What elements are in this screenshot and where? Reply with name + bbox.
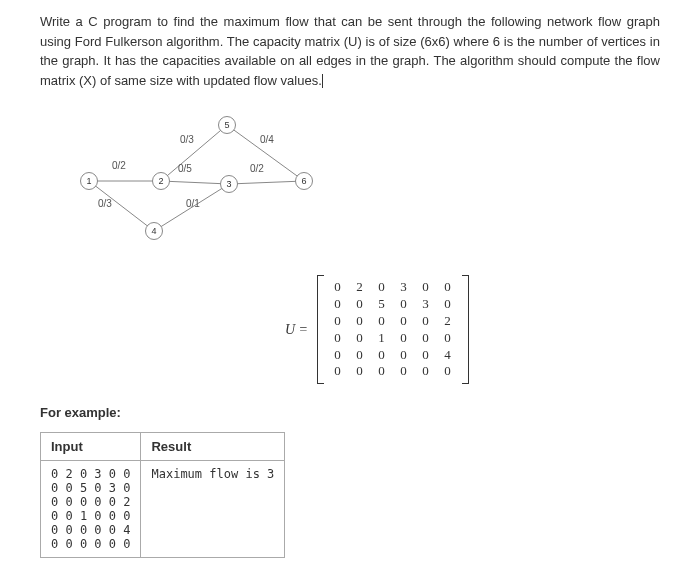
graph-node-1: 1 [80, 172, 98, 190]
matrix-cell: 0 [437, 330, 459, 347]
matrix-cell: 0 [349, 296, 371, 313]
matrix-cell: 0 [393, 347, 415, 364]
graph-node-4: 4 [145, 222, 163, 240]
matrix-cell: 0 [327, 347, 349, 364]
svg-line-3 [161, 125, 227, 181]
matrix-cell: 0 [393, 313, 415, 330]
text-cursor [322, 74, 323, 88]
svg-line-5 [229, 181, 304, 184]
edge-label: 0/1 [186, 198, 200, 209]
matrix-cell: 0 [371, 347, 393, 364]
network-flow-graph: 123456 0/20/30/50/30/10/20/4 [60, 110, 340, 250]
matrix-cell: 3 [415, 296, 437, 313]
result-header: Result [141, 433, 285, 461]
input-header: Input [41, 433, 141, 461]
matrix-cell: 1 [371, 330, 393, 347]
matrix-cell: 0 [437, 296, 459, 313]
graph-node-2: 2 [152, 172, 170, 190]
matrix-cell: 0 [437, 363, 459, 380]
result-text: Maximum flow is 3 [151, 467, 274, 481]
edge-label: 0/2 [250, 163, 264, 174]
matrix-cell: 5 [371, 296, 393, 313]
matrix-cell: 0 [415, 313, 437, 330]
matrix-cell: 0 [349, 347, 371, 364]
matrix-cell: 0 [371, 363, 393, 380]
matrix-cell: 0 [415, 279, 437, 296]
matrix-cell: 0 [371, 279, 393, 296]
matrix-table: 020300005030000002001000000004000000 [327, 279, 459, 380]
edge-label: 0/4 [260, 134, 274, 145]
edge-label: 0/2 [112, 160, 126, 171]
io-table: Input Result 0 2 0 3 0 00 0 5 0 3 00 0 0… [40, 432, 285, 558]
matrix-cell: 0 [327, 296, 349, 313]
matrix-cell: 0 [327, 313, 349, 330]
edge-label: 0/5 [178, 163, 192, 174]
matrix-cell: 0 [327, 330, 349, 347]
matrix-cell: 0 [393, 296, 415, 313]
matrix-cell: 0 [349, 363, 371, 380]
matrix-cell: 3 [393, 279, 415, 296]
matrix-cell: 0 [415, 330, 437, 347]
edge-label: 0/3 [98, 198, 112, 209]
matrix-body: 020300005030000002001000000004000000 [317, 275, 469, 384]
problem-text-content: Write a C program to find the maximum fl… [40, 14, 660, 88]
result-cell: Maximum flow is 3 [141, 461, 285, 558]
matrix-cell: 2 [437, 313, 459, 330]
matrix-cell: 0 [393, 363, 415, 380]
edge-label: 0/3 [180, 134, 194, 145]
matrix-label: U = [285, 322, 308, 338]
capacity-matrix: U = 020300005030000002001000000004000000 [285, 275, 469, 384]
input-cell: 0 2 0 3 0 00 0 5 0 3 00 0 0 0 0 20 0 1 0… [41, 461, 141, 558]
svg-line-2 [161, 181, 229, 184]
graph-node-3: 3 [220, 175, 238, 193]
graph-node-6: 6 [295, 172, 313, 190]
matrix-cell: 0 [327, 279, 349, 296]
graph-node-5: 5 [218, 116, 236, 134]
example-heading: For example: [40, 405, 285, 420]
matrix-cell: 0 [327, 363, 349, 380]
matrix-cell: 0 [415, 363, 437, 380]
matrix-cell: 0 [393, 330, 415, 347]
matrix-cell: 0 [415, 347, 437, 364]
matrix-cell: 4 [437, 347, 459, 364]
matrix-cell: 2 [349, 279, 371, 296]
matrix-cell: 0 [349, 330, 371, 347]
matrix-cell: 0 [437, 279, 459, 296]
matrix-cell: 0 [371, 313, 393, 330]
problem-statement: Write a C program to find the maximum fl… [40, 12, 660, 90]
example-section: For example: Input Result 0 2 0 3 0 00 0… [40, 405, 285, 558]
matrix-cell: 0 [349, 313, 371, 330]
